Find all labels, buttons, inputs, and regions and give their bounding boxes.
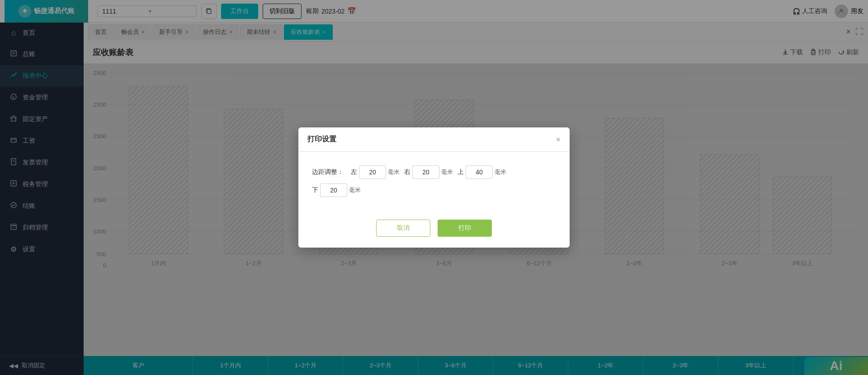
modal-body: 边距调整： 左 毫米 右 毫米 上 毫米 下: [298, 152, 570, 215]
margin-row: 边距调整： 左 毫米 右 毫米 上 毫米 下: [312, 165, 556, 197]
bottom-unit: 毫米: [349, 186, 361, 194]
top-unit: 毫米: [495, 168, 506, 176]
dialog-close-button[interactable]: ×: [556, 136, 561, 144]
top-margin-group: 上 毫米: [458, 165, 506, 179]
modal-header: 打印设置 ×: [298, 127, 570, 152]
modal-footer: 取消 打印: [298, 215, 570, 248]
right-margin-group: 右 毫米: [404, 165, 453, 179]
top-margin-input[interactable]: [466, 165, 493, 179]
modal-overlay: 打印设置 × 边距调整： 左 毫米 右 毫米 上 毫米: [0, 0, 868, 375]
margin-label: 边距调整：: [312, 168, 344, 176]
bottom-margin-input[interactable]: [320, 183, 347, 197]
print-confirm-button[interactable]: 打印: [438, 220, 492, 237]
right-label: 右: [404, 168, 410, 176]
bottom-margin-group: 下 毫米: [312, 183, 361, 197]
right-unit: 毫米: [441, 168, 453, 176]
print-settings-dialog: 打印设置 × 边距调整： 左 毫米 右 毫米 上 毫米: [298, 127, 570, 248]
dialog-title: 打印设置: [307, 135, 336, 144]
cancel-button[interactable]: 取消: [376, 220, 430, 237]
left-unit: 毫米: [388, 168, 400, 176]
left-margin-group: 左 毫米: [351, 165, 400, 179]
left-margin-input[interactable]: [359, 165, 386, 179]
top-label: 上: [458, 168, 464, 176]
left-label: 左: [351, 168, 357, 176]
bottom-label: 下: [312, 186, 318, 194]
right-margin-input[interactable]: [412, 165, 439, 179]
